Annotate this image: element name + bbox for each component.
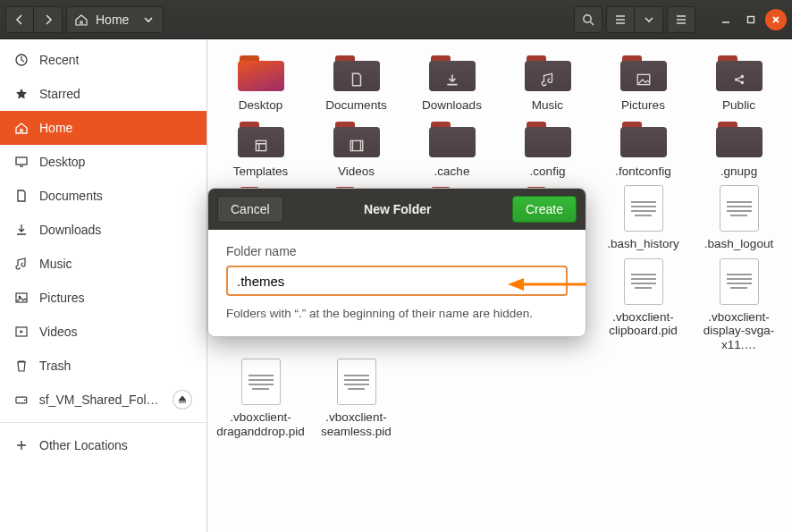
sidebar-item-label: Recent — [39, 53, 79, 67]
text-file-icon — [337, 359, 376, 405]
file-item[interactable]: .vboxclient-draganddrop.pid — [215, 359, 307, 438]
file-item[interactable]: Templates — [215, 120, 307, 179]
list-view-button[interactable] — [606, 6, 635, 33]
file-item[interactable]: Downloads — [406, 54, 498, 113]
create-button-label: Create — [526, 202, 563, 216]
file-item[interactable]: .vboxclient-display-svga-x11.… — [693, 258, 785, 352]
sidebar-item-label: Home — [39, 121, 72, 135]
sidebar-item-label: Trash — [39, 359, 71, 373]
minimize-icon — [720, 14, 731, 25]
file-label: .bash_history — [607, 237, 678, 251]
folder-icon — [714, 54, 764, 93]
eject-button[interactable] — [173, 390, 192, 410]
file-label: Music — [532, 98, 563, 113]
sidebar-item-home[interactable]: Home — [0, 111, 206, 145]
file-item[interactable]: .gnupg — [693, 120, 785, 179]
dialog-hint: Folders with “.” at the beginning of the… — [226, 307, 568, 320]
sidebar-item-downloads[interactable]: Downloads — [0, 213, 206, 247]
file-item[interactable]: .bash_history — [597, 185, 689, 251]
file-item[interactable]: Videos — [310, 120, 402, 179]
sidebar-separator — [0, 422, 206, 423]
clock-icon — [14, 53, 29, 67]
sidebar-item-music[interactable]: Music — [0, 247, 206, 281]
plus-icon — [14, 438, 29, 452]
sidebar-item-starred[interactable]: Starred — [0, 77, 206, 111]
folder-icon — [714, 120, 764, 159]
path-bar[interactable]: Home — [66, 6, 164, 33]
file-item[interactable]: Music — [501, 54, 594, 113]
cancel-button-label: Cancel — [231, 202, 270, 216]
sidebar-item-shared-folder[interactable]: sf_VM_Shared_Folder — [0, 383, 206, 417]
file-item[interactable]: .vboxclient-seamless.pid — [310, 359, 402, 438]
text-file-icon — [720, 258, 759, 305]
file-label: .config — [530, 165, 566, 179]
file-label: .vboxclient-clipboard.pid — [599, 310, 688, 338]
file-label: Pictures — [621, 98, 665, 113]
hamburger-menu-button[interactable] — [667, 6, 695, 33]
sidebar-item-label: Music — [39, 257, 72, 271]
file-label: .bash_logout — [704, 237, 773, 251]
home-icon — [74, 13, 88, 27]
file-item[interactable]: .fontconfig — [597, 120, 689, 179]
file-label: .cache — [434, 165, 470, 179]
file-item[interactable]: .vboxclient-clipboard.pid — [597, 258, 689, 352]
file-label: .vboxclient-draganddrop.pid — [216, 410, 306, 438]
file-label: Desktop — [239, 98, 283, 113]
forward-button[interactable] — [34, 6, 63, 33]
maximize-icon — [746, 14, 756, 25]
text-file-icon — [624, 258, 663, 305]
view-switch — [606, 6, 663, 33]
svg-point-11 — [740, 75, 744, 79]
file-item[interactable]: .bash_logout — [693, 185, 785, 251]
places-sidebar: Recent Starred Home Desktop Documents Do… — [0, 39, 207, 532]
desktop-icon — [14, 155, 29, 169]
pictures-icon — [14, 291, 29, 305]
svg-rect-13 — [256, 140, 265, 150]
file-item[interactable]: Pictures — [597, 54, 689, 113]
svg-point-10 — [734, 78, 737, 81]
sidebar-item-pictures[interactable]: Pictures — [0, 281, 206, 315]
sidebar-item-desktop[interactable]: Desktop — [0, 145, 206, 179]
sidebar-item-videos[interactable]: Videos — [0, 315, 206, 349]
eject-icon — [178, 395, 187, 404]
view-options-button[interactable] — [635, 6, 663, 33]
file-item[interactable]: Desktop — [215, 54, 307, 113]
file-item[interactable]: .cache — [406, 120, 498, 179]
file-label: Videos — [338, 165, 375, 179]
svg-point-12 — [740, 81, 744, 85]
file-item[interactable]: Public — [693, 54, 785, 113]
create-button[interactable]: Create — [512, 196, 577, 223]
sidebar-item-label: Documents — [39, 189, 103, 203]
folder-icon — [523, 54, 573, 93]
file-label: .gnupg — [720, 165, 757, 179]
search-button[interactable] — [574, 6, 602, 33]
back-button[interactable] — [5, 6, 34, 33]
file-item[interactable]: .config — [501, 120, 594, 179]
trash-icon — [14, 359, 29, 373]
folder-icon — [332, 54, 382, 93]
folder-icon — [619, 120, 669, 159]
list-icon — [613, 13, 628, 27]
sidebar-item-other-locations[interactable]: Other Locations — [0, 428, 206, 462]
svg-point-0 — [584, 14, 591, 21]
chevron-down-icon — [642, 13, 656, 27]
sidebar-item-documents[interactable]: Documents — [0, 179, 206, 213]
path-label: Home — [96, 13, 129, 27]
star-icon — [14, 87, 29, 101]
window-minimize-button[interactable] — [715, 9, 737, 30]
sidebar-item-label: Pictures — [39, 291, 85, 305]
drive-icon — [14, 393, 29, 407]
sidebar-item-recent[interactable]: Recent — [0, 43, 206, 77]
text-file-icon — [241, 359, 281, 405]
file-label: Documents — [325, 98, 386, 113]
file-item[interactable]: Documents — [310, 54, 402, 113]
chevron-down-icon — [141, 13, 156, 27]
sidebar-item-trash[interactable]: Trash — [0, 349, 206, 383]
folder-icon — [427, 120, 477, 159]
file-label: Public — [722, 98, 755, 113]
svg-point-8 — [24, 400, 26, 401]
window-close-button[interactable] — [765, 9, 787, 30]
sidebar-item-label: Starred — [39, 87, 80, 101]
window-maximize-button[interactable] — [740, 9, 762, 30]
cancel-button[interactable]: Cancel — [217, 196, 283, 223]
